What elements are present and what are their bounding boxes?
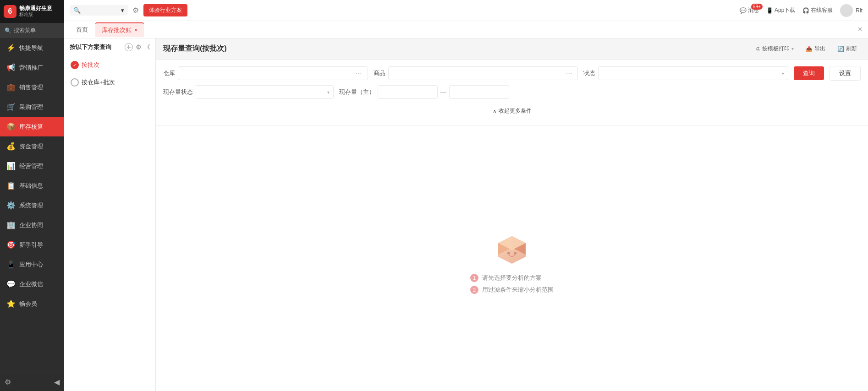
scheme-by-warehouse-batch[interactable]: 按仓库+批次	[64, 74, 155, 91]
sidebar-nav: ⚡快捷导航📢营销推广💼销售管理🛒采购管理📦库存核算💰资金管理📊经营管理📋基础信息…	[0, 38, 64, 373]
left-panel: 按以下方案查询 + ⚙ 《 ✓ 按批次 按仓库+批次	[64, 38, 156, 391]
topbar-dropdown-icon[interactable]: ▾	[121, 7, 124, 14]
filter-area: 仓库 ··· 商品 ···	[156, 60, 868, 125]
refresh-icon: 🔄	[837, 46, 844, 52]
collapse-panel-icon[interactable]: 《	[144, 43, 150, 51]
settings-button[interactable]: 设置	[830, 66, 861, 81]
app-download-label: App下载	[775, 6, 795, 14]
export-btn[interactable]: 📤 导出	[802, 43, 829, 54]
app-download-item[interactable]: 📱 App下载	[766, 6, 795, 14]
stock-qty-to[interactable]	[449, 85, 509, 99]
print-dropdown-icon[interactable]: ▾	[791, 46, 794, 51]
sidebar-item-quick-nav[interactable]: ⚡快捷导航	[0, 38, 64, 58]
page-title: 现存量查询(按批次)	[163, 44, 227, 54]
sidebar-item-member[interactable]: ⭐畅会员	[0, 294, 64, 314]
tab-inventory-batch[interactable]: 库存批次账 ×	[95, 22, 144, 37]
topbar-search-input[interactable]	[82, 7, 119, 14]
topbar-settings-icon[interactable]: ⚙	[132, 6, 139, 15]
settings-scheme-icon[interactable]: ⚙	[136, 43, 142, 51]
sidebar-item-enterprise[interactable]: 🏢企业协同	[0, 215, 64, 235]
user-item[interactable]: Rit	[840, 4, 863, 17]
sidebar-item-purchase[interactable]: 🛒采购管理	[0, 97, 64, 117]
scheme-by-batch[interactable]: ✓ 按批次	[64, 56, 155, 74]
page-header-actions: 🖨 按模板打印 ▾ 📤 导出 🔄 刷新	[751, 43, 861, 54]
close-all-tabs[interactable]: ×	[857, 25, 863, 34]
page-header: 现存量查询(按批次) 🖨 按模板打印 ▾ 📤 导出 🔄 刷新	[156, 38, 868, 60]
sidebar-search[interactable]: 🔍 搜索菜单	[0, 23, 64, 38]
empty-state: 1 请先选择要分析的方案 2 用过滤条件来缩小分析范围	[156, 125, 868, 391]
search-icon: 🔍	[5, 27, 11, 34]
scheme-warehouse-batch-label: 按仓库+批次	[82, 78, 115, 87]
add-scheme-icon[interactable]: +	[125, 43, 133, 51]
settings-footer-icon[interactable]: ⚙	[5, 378, 11, 386]
filter-stock-status: 现存量状态 ▾	[163, 85, 334, 99]
print-btn[interactable]: 🖨 按模板打印 ▾	[751, 43, 797, 54]
app-logo: 6	[4, 5, 16, 18]
status-select[interactable]: ▾	[598, 66, 788, 80]
nav-icon-basic: 📋	[6, 181, 16, 190]
user-name: Rit	[856, 7, 863, 14]
messages-item[interactable]: 💬 消息 99+	[740, 6, 759, 14]
nav-label-newguide: 新手引导	[19, 241, 43, 249]
tab-home[interactable]: 首页	[70, 23, 94, 37]
tab-inventory-batch-label: 库存批次账	[102, 26, 132, 34]
stock-qty-from[interactable]	[378, 85, 438, 99]
sidebar-item-operation[interactable]: 📊经营管理	[0, 156, 64, 176]
nav-label-basic: 基础信息	[19, 182, 43, 190]
svg-point-4	[507, 252, 510, 255]
collapse-filters-btn[interactable]: ∧ 收起更多条件	[163, 103, 861, 119]
sidebar-item-system[interactable]: ⚙️系统管理	[0, 196, 64, 215]
nav-label-purchase: 采购管理	[19, 103, 43, 111]
user-avatar	[840, 4, 853, 17]
tabbar: 首页 库存批次账 × ×	[64, 21, 868, 38]
nav-icon-finance: 💰	[6, 142, 16, 151]
product-dots[interactable]: ···	[564, 69, 574, 77]
nav-label-enterprise: 企业协同	[19, 221, 43, 229]
nav-icon-member: ⭐	[6, 299, 16, 308]
online-service-label: 在线客服	[811, 6, 833, 14]
stock-status-select[interactable]: ▾	[196, 85, 334, 99]
sidebar-item-basic[interactable]: 📋基础信息	[0, 176, 64, 196]
messages-icon: 💬	[740, 7, 747, 14]
topbar-search[interactable]: 🔍 ▾	[70, 5, 128, 16]
nav-icon-marketing: 📢	[6, 63, 16, 72]
warehouse-dots[interactable]: ···	[354, 69, 363, 77]
product-label: 商品	[374, 69, 385, 77]
filter-stock-qty: 现存量（主） —	[339, 85, 510, 99]
sidebar-item-sales[interactable]: 💼销售管理	[0, 77, 64, 97]
query-button[interactable]: 查询	[794, 66, 824, 80]
nav-label-marketing: 营销推广	[19, 64, 43, 72]
sidebar-item-wechat[interactable]: 💬企业微信	[0, 274, 64, 294]
online-service-item[interactable]: 🎧 在线客服	[802, 6, 833, 14]
left-panel-header: 按以下方案查询 + ⚙ 《	[64, 38, 155, 56]
sidebar-item-appstore[interactable]: 📱应用中心	[0, 255, 64, 274]
sidebar-item-finance[interactable]: 💰资金管理	[0, 136, 64, 156]
sidebar-item-inventory[interactable]: 📦库存核算	[0, 117, 64, 136]
filter-warehouse: 仓库 ···	[163, 66, 368, 80]
stock-qty-dash: —	[438, 89, 449, 96]
main-area: 🔍 ▾ ⚙ 体验行业方案 💬 消息 99+ 📱 App下载 🎧 在线客服 Rit	[64, 0, 868, 391]
messages-badge: 99+	[751, 4, 763, 10]
nav-label-inventory: 库存核算	[19, 123, 43, 131]
sidebar-item-newguide[interactable]: 🎯新手引导	[0, 235, 64, 255]
print-label: 按模板打印	[762, 45, 790, 53]
search-topbar-icon: 🔍	[73, 7, 81, 14]
topbar-right: 💬 消息 99+ 📱 App下载 🎧 在线客服 Rit	[740, 4, 863, 17]
scheme-batch-icon: ✓	[71, 61, 79, 69]
right-content: 现存量查询(按批次) 🖨 按模板打印 ▾ 📤 导出 🔄 刷新	[156, 38, 868, 391]
refresh-btn[interactable]: 🔄 刷新	[834, 43, 861, 54]
sidebar-item-marketing[interactable]: 📢营销推广	[0, 58, 64, 77]
nav-label-system: 系统管理	[19, 201, 43, 210]
sidebar-footer: ⚙ ◀	[0, 373, 64, 391]
product-input[interactable]: ···	[388, 66, 578, 80]
status-label: 状态	[583, 69, 595, 77]
search-menu-label: 搜索菜单	[14, 27, 36, 34]
empty-tip-1: 1 请先选择要分析的方案	[470, 274, 554, 282]
experience-btn[interactable]: 体验行业方案	[143, 4, 187, 16]
warehouse-input[interactable]: ···	[178, 66, 368, 80]
close-tab-icon[interactable]: ×	[134, 27, 137, 33]
scheme-warehouse-batch-icon	[71, 78, 79, 87]
export-label: 导出	[814, 45, 825, 53]
app-branding: 畅康通好生意 标准版	[19, 5, 52, 18]
collapse-sidebar-icon[interactable]: ◀	[54, 378, 60, 386]
